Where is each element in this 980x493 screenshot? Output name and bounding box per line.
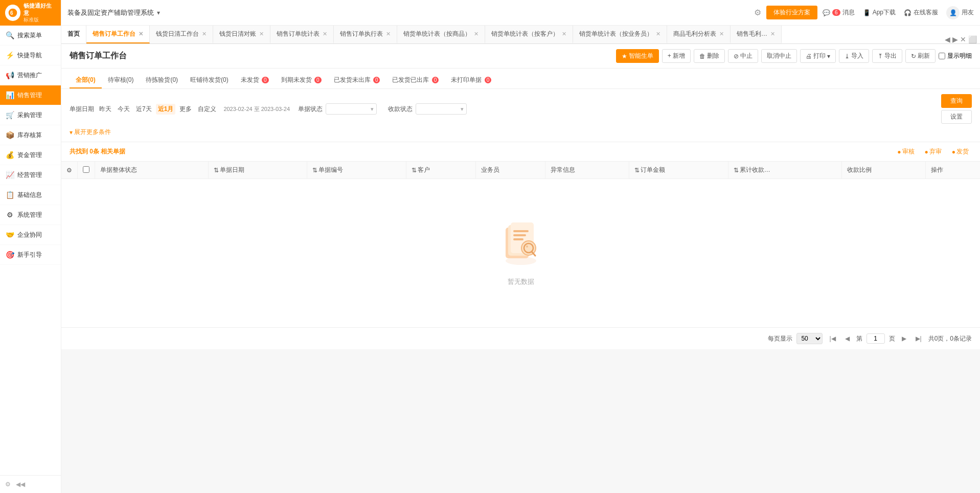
th-customer[interactable]: ⇅ 客户 [406, 162, 475, 179]
page-size-select[interactable]: 10 20 50 100 [796, 333, 823, 344]
prev-page-btn[interactable]: ◀ [842, 334, 852, 343]
expand-more-btn[interactable]: ▾ 展开更多条件 [70, 128, 972, 137]
tab-margin-analysis[interactable]: 商品毛利分析表 ✕ [667, 26, 731, 43]
sidebar-item-sales[interactable]: 📊 销售管理 [0, 85, 61, 105]
ship-btn[interactable]: ● 发货 [949, 146, 972, 157]
abandon-review-btn[interactable]: ● 弃审 [922, 146, 945, 157]
sidebar-item-finance[interactable]: 💰 资金管理 [0, 145, 61, 165]
tab-close-sales-by-staff[interactable]: ✕ [656, 31, 660, 37]
tab-sales-stats[interactable]: 销售订单统计表 ✕ [270, 26, 334, 43]
tab-cash-daily[interactable]: 钱货日清工作台 ✕ [150, 26, 213, 43]
sub-tab-pending-check[interactable]: 待拣验货(0) [140, 73, 184, 88]
sidebar-item-operations[interactable]: 📈 经营管理 [0, 165, 61, 185]
tab-close-cash-reconcile[interactable]: ✕ [259, 31, 264, 37]
sidebar-item-search[interactable]: 🔍 搜索菜单 [0, 26, 61, 46]
tab-close-cash-daily[interactable]: ✕ [202, 31, 207, 37]
set-btn[interactable]: 设置 [941, 110, 972, 124]
topbar-dropdown[interactable]: ▾ [157, 9, 160, 16]
new-btn[interactable]: + 新增 [662, 49, 691, 63]
sidebar-item-basic-info[interactable]: 📋 基础信息 [0, 185, 61, 205]
tab-sales-order[interactable]: 销售订单工作台 ✕ [86, 26, 150, 43]
sub-tab-wangpu[interactable]: 旺铺待发货(0) [184, 73, 235, 88]
th-check[interactable] [78, 162, 95, 179]
sub-tab-overdue-not-shipped[interactable]: 到期未发货 0 [275, 73, 328, 88]
show-detail-checkbox[interactable] [939, 53, 945, 59]
status-select[interactable] [326, 103, 377, 115]
online-service-btn[interactable]: 🎧 在线客服 [904, 8, 938, 17]
show-detail-toggle[interactable]: 显示明细 [939, 52, 972, 60]
th-settings[interactable]: ⚙ [61, 162, 78, 179]
sub-tab-shipped-not-out[interactable]: 已发货未出库 0 [328, 73, 386, 88]
app-download-btn[interactable]: 📱 App下载 [863, 8, 896, 17]
sub-tab-shipped-out[interactable]: 已发货已出库 0 [386, 73, 445, 88]
select-all-checkbox[interactable] [83, 166, 89, 173]
sidebar-item-system[interactable]: ⚙ 系统管理 [0, 205, 61, 225]
date-1month[interactable]: 近1月 [156, 104, 176, 115]
tab-close-sales-exec[interactable]: ✕ [386, 31, 391, 37]
topbar-gear-icon[interactable]: ⚙ [754, 8, 761, 17]
trial-btn[interactable]: 体验行业方案 [766, 6, 817, 19]
sidebar-item-inventory[interactable]: 📦 库存核算 [0, 125, 61, 145]
delete-btn[interactable]: 🗑 删除 [694, 49, 725, 63]
sidebar-item-purchase[interactable]: 🛒 采购管理 [0, 105, 61, 125]
date-more[interactable]: 更多 [177, 104, 194, 115]
sub-tab-pending-review[interactable]: 待审核(0) [102, 73, 140, 88]
th-number[interactable]: ⇅ 单据编号 [307, 162, 406, 179]
tab-sales-by-customer[interactable]: 销货单统计表（按客户） ✕ [485, 26, 573, 43]
payment-select[interactable] [416, 103, 467, 115]
last-page-btn[interactable]: ▶| [913, 334, 924, 343]
message-btn[interactable]: 💬 6 消息 [823, 8, 855, 17]
sidebar-item-guide[interactable]: 🎯 新手引导 [0, 245, 61, 265]
first-page-btn[interactable]: |◀ [827, 334, 838, 343]
tab-close-margin-analysis[interactable]: ✕ [719, 31, 724, 37]
settings-icon[interactable]: ⚙ [5, 481, 11, 488]
import-btn[interactable]: ⤓ 导入 [839, 49, 869, 63]
star-icon: ★ [622, 53, 627, 60]
tabs-expand-icon[interactable]: ⬜ [968, 35, 977, 43]
export-btn[interactable]: ⤒ 导出 [872, 49, 902, 63]
tab-close-sales-stats[interactable]: ✕ [323, 31, 327, 37]
sub-tab-all[interactable]: 全部(0) [70, 73, 102, 88]
tabs-prev-icon[interactable]: ◀ [945, 35, 950, 43]
smart-create-btn[interactable]: ★ 智能生单 [616, 49, 659, 63]
next-page-btn[interactable]: ▶ [899, 334, 909, 343]
sidebar-item-enterprise[interactable]: 🤝 企业协同 [0, 225, 61, 245]
cancel-stop-btn[interactable]: 取消中止 [761, 49, 797, 63]
date-yesterday[interactable]: 昨天 [97, 104, 113, 115]
sidebar-item-marketing[interactable]: 📢 营销推广 [0, 65, 61, 85]
tab-cash-reconcile[interactable]: 钱货日清对账 ✕ [213, 26, 270, 43]
tab-sales-by-staff[interactable]: 销货单统计表（按业务员） ✕ [573, 26, 667, 43]
tab-close-sales-order[interactable]: ✕ [139, 31, 143, 37]
refresh-btn[interactable]: ↻ 刷新 [905, 49, 936, 63]
payment-filter: 收款状态 [388, 103, 467, 115]
date-today[interactable]: 今天 [116, 104, 132, 115]
th-amount[interactable]: ⇅ 订单金额 [629, 162, 728, 179]
collapse-icon[interactable]: ◀◀ [16, 481, 25, 488]
th-exception: 异常信息 [545, 162, 629, 179]
th-date[interactable]: ⇅ 单据日期 [208, 162, 307, 179]
tab-close-sales-margin[interactable]: ✕ [770, 31, 775, 37]
sidebar-item-quick-nav[interactable]: ⚡ 快捷导航 [0, 46, 61, 65]
sub-tab-not-shipped[interactable]: 未发货 0 [235, 73, 275, 88]
tab-close-sales-by-product[interactable]: ✕ [474, 31, 478, 37]
tabs-next-icon[interactable]: ▶ [952, 35, 958, 43]
tab-sales-by-product[interactable]: 销货单统计表（按商品） ✕ [397, 26, 485, 43]
service-icon: 🎧 [904, 9, 911, 16]
date-custom[interactable]: 自定义 [196, 104, 218, 115]
svg-rect-8 [513, 238, 523, 240]
query-btn[interactable]: 查询 [941, 94, 972, 108]
date-7days[interactable]: 近7天 [134, 104, 154, 115]
stop-btn[interactable]: ⊘ 中止 [728, 49, 758, 63]
tab-close-sales-by-customer[interactable]: ✕ [562, 31, 566, 37]
tab-sales-exec[interactable]: 销售订单执行表 ✕ [334, 26, 397, 43]
page-input[interactable] [867, 333, 885, 344]
tab-sales-margin[interactable]: 销售毛利… ✕ [731, 26, 782, 43]
tabs-close-all-icon[interactable]: ✕ [960, 35, 966, 43]
tab-home[interactable]: 首页 [61, 26, 86, 43]
th-accumulated[interactable]: ⇅ 累计收款… [728, 162, 841, 179]
sub-tab-not-printed[interactable]: 未打印单据 0 [445, 73, 497, 88]
user-info[interactable]: 👤 用友 [946, 6, 974, 19]
page-header: 销售订单工作台 ★ 智能生单 + 新增 🗑 删除 ⊘ 中止 取消中止 🖨 [61, 44, 980, 69]
review-btn[interactable]: ● 审核 [894, 146, 917, 157]
print-btn[interactable]: 🖨 打印 ▾ [800, 49, 836, 63]
